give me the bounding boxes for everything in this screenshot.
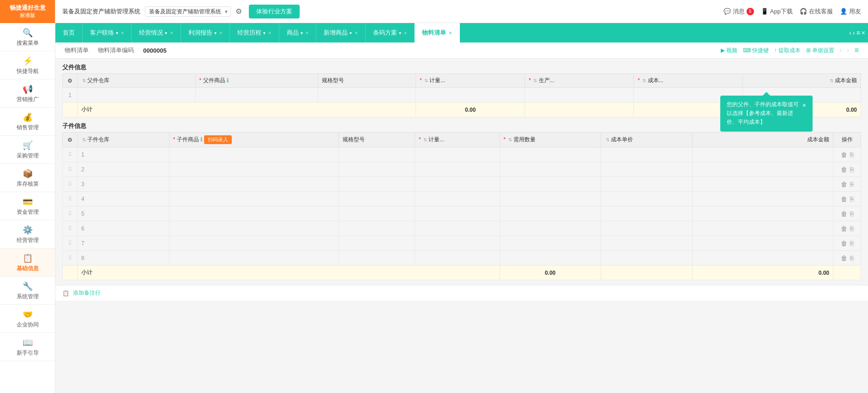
tab-goods[interactable]: 商品▾× (279, 23, 316, 42)
child-cell-unitcost-1[interactable] (601, 147, 693, 162)
close-icon[interactable]: × (219, 30, 222, 36)
child-cell-warehouse-2[interactable]: 2 (78, 162, 169, 177)
copy-icon-1[interactable]: ⎘ (850, 151, 854, 158)
tab-bom[interactable]: 物料清单× (415, 23, 459, 42)
child-cell-unitcost-3[interactable] (601, 177, 693, 192)
tab-profit[interactable]: 利润报告▾× (181, 23, 230, 42)
nav-left-icon[interactable]: ‹ (840, 47, 842, 54)
extract-cost-button[interactable]: ↑ 提取成本 (774, 47, 801, 54)
copy-icon-5[interactable]: ⎘ (850, 210, 854, 218)
single-settings-button[interactable]: ⊞ 单据设置 (806, 47, 834, 54)
delete-icon-1[interactable]: 🗑 (841, 151, 847, 158)
child-cell-goods-5[interactable] (169, 206, 338, 221)
copy-icon-6[interactable]: ⎘ (850, 225, 854, 232)
child-cell-qty-7[interactable] (500, 236, 601, 251)
child-cell-warehouse-3[interactable]: 3 (78, 177, 169, 192)
close-icon[interactable]: × (355, 30, 357, 36)
child-cell-unitcost-8[interactable] (601, 251, 693, 266)
settings-icon[interactable]: ⚙ (235, 7, 242, 16)
child-cell-spec-5[interactable] (338, 206, 415, 221)
delete-icon-5[interactable]: 🗑 (841, 210, 847, 218)
sidebar-item-basic[interactable]: 📋 基础信息 (0, 248, 55, 277)
child-cell-costamt-7[interactable] (693, 236, 833, 251)
close-all-tabs[interactable]: × (862, 29, 865, 36)
close-icon[interactable]: × (306, 30, 308, 36)
copy-icon-2[interactable]: ⎘ (850, 166, 854, 173)
child-cell-goods-4[interactable] (169, 192, 338, 206)
child-cell-goods-6[interactable] (169, 221, 338, 236)
child-cell-costamt-2[interactable] (693, 162, 833, 177)
child-cell-goods-1[interactable] (169, 147, 338, 162)
tab-customers[interactable]: 客户联络▾× (83, 23, 132, 42)
copy-icon-7[interactable]: ⎘ (850, 240, 854, 247)
child-cell-unit-1[interactable] (415, 147, 500, 162)
child-cell-qty-4[interactable] (500, 192, 601, 206)
child-cell-qty-1[interactable] (500, 147, 601, 162)
delete-icon-8[interactable]: 🗑 (841, 254, 847, 262)
child-cell-warehouse-5[interactable]: 5 (78, 206, 169, 221)
parent-cell-production-1[interactable] (525, 88, 634, 103)
child-cell-unit-2[interactable] (415, 162, 500, 177)
parent-cell-warehouse-1[interactable] (78, 88, 196, 103)
child-cell-qty-8[interactable] (500, 251, 601, 266)
child-cell-unitcost-2[interactable] (601, 162, 693, 177)
child-cell-spec-8[interactable] (338, 251, 415, 266)
child-cell-unit-8[interactable] (415, 251, 500, 266)
sidebar-item-purchase[interactable]: 🛒 采购管理 (0, 136, 55, 164)
child-cell-unitcost-7[interactable] (601, 236, 693, 251)
child-cell-costamt-6[interactable] (693, 221, 833, 236)
child-cell-spec-6[interactable] (338, 221, 415, 236)
close-icon[interactable]: × (268, 30, 271, 36)
child-cell-warehouse-1[interactable]: 1 (78, 147, 169, 162)
child-cell-unit-7[interactable] (415, 236, 500, 251)
sidebar-item-quicknav[interactable]: ⚡ 快捷导航 (0, 51, 55, 79)
sidebar-item-inventory[interactable]: 📦 库存核算 (0, 164, 55, 192)
parent-cell-unit-1[interactable] (416, 88, 525, 103)
child-cell-unitcost-4[interactable] (601, 192, 693, 206)
online-service-button[interactable]: 🎧 在线客服 (800, 7, 833, 16)
child-cell-goods-8[interactable] (169, 251, 338, 266)
parent-cell-goods-1[interactable] (195, 88, 318, 103)
child-cell-warehouse-7[interactable]: 7 (78, 236, 169, 251)
child-cell-spec-3[interactable] (338, 177, 415, 192)
child-cell-costamt-5[interactable] (693, 206, 833, 221)
child-cell-costamt-3[interactable] (693, 177, 833, 192)
grid-view-icon[interactable]: ≡ (855, 46, 859, 54)
child-cell-unit-3[interactable] (415, 177, 500, 192)
child-cell-goods-3[interactable] (169, 177, 338, 192)
sidebar-item-marketing[interactable]: 📢 营销推广 (0, 79, 55, 108)
tooltip-close-button[interactable]: × (802, 100, 806, 110)
user-button[interactable]: 👤 用友 (840, 7, 861, 16)
tab-nav-next[interactable]: › (853, 29, 855, 36)
tab-history[interactable]: 经营历程▾× (230, 23, 279, 42)
child-cell-costamt-1[interactable] (693, 147, 833, 162)
child-cell-unit-6[interactable] (415, 221, 500, 236)
sidebar-item-search[interactable]: 🔍 搜索菜单 (0, 23, 55, 51)
child-cell-unit-5[interactable] (415, 206, 500, 221)
delete-icon-3[interactable]: 🗑 (841, 181, 847, 188)
tab-nav-prev[interactable]: ‹ (849, 29, 851, 36)
message-button[interactable]: 💬 消息 6 (723, 7, 754, 16)
copy-icon-3[interactable]: ⎘ (850, 181, 854, 188)
child-cell-warehouse-6[interactable]: 6 (78, 221, 169, 236)
delete-icon-4[interactable]: 🗑 (841, 195, 847, 203)
child-cell-qty-5[interactable] (500, 206, 601, 221)
delete-icon-6[interactable]: 🗑 (841, 225, 847, 232)
child-cell-goods-7[interactable] (169, 236, 338, 251)
tab-new-goods[interactable]: 新增商品▾× (316, 23, 365, 42)
tab-menu-icon[interactable]: ≡ (856, 29, 860, 36)
close-icon[interactable]: × (449, 30, 452, 36)
sidebar-item-system[interactable]: 🔧 系统管理 (0, 277, 55, 305)
child-cell-unitcost-6[interactable] (601, 221, 693, 236)
delete-icon-7[interactable]: 🗑 (841, 240, 847, 247)
video-button[interactable]: ▶ 视频 (721, 47, 737, 54)
sidebar-item-finance[interactable]: 💳 资金管理 (0, 192, 55, 220)
sidebar-item-guide[interactable]: 📖 新手引导 (0, 333, 55, 361)
tab-operations[interactable]: 经营情况▾× (132, 23, 181, 42)
child-cell-qty-3[interactable] (500, 177, 601, 192)
tab-home[interactable]: 首页 (55, 23, 83, 42)
child-cell-warehouse-8[interactable]: 8 (78, 251, 169, 266)
child-cell-spec-4[interactable] (338, 192, 415, 206)
scan-input-button[interactable]: 扫码录入 (204, 135, 232, 144)
app-download-button[interactable]: 📱 App下载 (761, 7, 793, 16)
